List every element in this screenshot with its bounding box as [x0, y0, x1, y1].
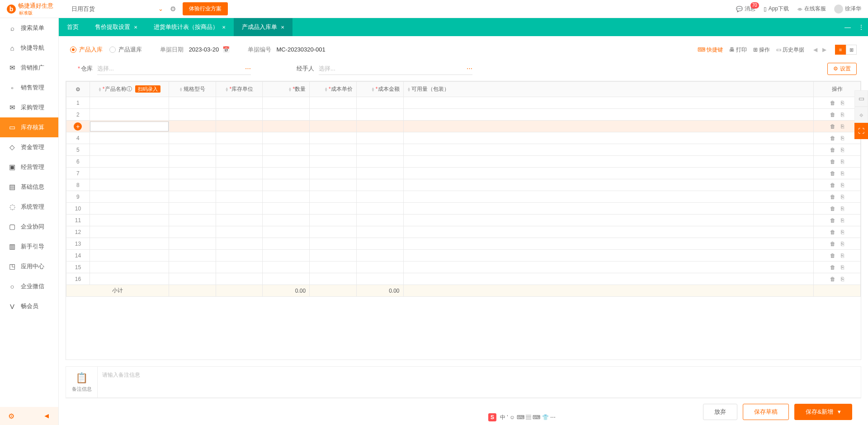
col-amount[interactable]: ▲▼*成本金额 — [356, 82, 403, 97]
copy-icon[interactable]: ⎘ — [841, 205, 844, 212]
table-row[interactable]: 4 🗑⎘ — [66, 132, 861, 144]
table-row[interactable]: 14 🗑⎘ — [66, 250, 861, 262]
cell-avail[interactable] — [403, 121, 814, 132]
cell-spec[interactable] — [169, 132, 216, 144]
table-row[interactable]: 13 🗑⎘ — [66, 238, 861, 250]
cell-amount[interactable] — [356, 203, 403, 215]
cell-avail[interactable] — [403, 238, 814, 250]
discard-button[interactable]: 放弃 — [703, 404, 737, 420]
cell-unit[interactable] — [216, 238, 263, 250]
collapse-icon[interactable]: ◄ — [43, 412, 50, 420]
cell-name[interactable] — [90, 191, 169, 203]
sidebar-item-sales[interactable]: ▫销售管理 — [0, 78, 58, 98]
cell-name[interactable] — [90, 121, 169, 132]
sogou-icon[interactable]: S — [488, 413, 496, 421]
delete-icon[interactable]: 🗑 — [830, 159, 835, 165]
copy-icon[interactable]: ⎘ — [841, 112, 844, 118]
cell-name[interactable] — [90, 273, 169, 285]
table-row[interactable]: 2 🗑⎘ — [66, 109, 861, 121]
radio-inbound[interactable]: 产品入库 — [70, 46, 103, 54]
cell-price[interactable] — [310, 273, 357, 285]
copy-icon[interactable]: ⎘ — [841, 182, 844, 188]
cell-qty[interactable] — [263, 97, 310, 109]
cell-spec[interactable] — [169, 156, 216, 168]
cell-qty[interactable] — [263, 262, 310, 273]
copy-icon[interactable]: ⎘ — [841, 147, 844, 153]
sidebar-item-basicinfo[interactable]: ▤基础信息 — [0, 177, 58, 197]
cell-qty[interactable] — [263, 273, 310, 285]
tab-product-inbound[interactable]: 产成品入库单✕ — [234, 18, 292, 36]
delete-icon[interactable]: 🗑 — [830, 182, 835, 188]
cell-qty[interactable] — [263, 226, 310, 238]
copy-icon[interactable]: ⎘ — [841, 170, 844, 177]
cell-unit[interactable] — [216, 144, 263, 156]
sidebar-item-quicknav[interactable]: ⌂快捷导航 — [0, 38, 58, 58]
cell-spec[interactable] — [169, 273, 216, 285]
table-row[interactable]: + 🗑⎘ — [66, 121, 861, 132]
cell-price[interactable] — [310, 262, 357, 273]
cell-qty[interactable] — [263, 203, 310, 215]
save-draft-button[interactable]: 保存草稿 — [743, 404, 789, 420]
cell-amount[interactable] — [356, 191, 403, 203]
save-new-button[interactable]: 保存&新增▾ — [794, 404, 852, 420]
table-row[interactable]: 10 🗑⎘ — [66, 203, 861, 215]
cell-name[interactable] — [90, 215, 169, 226]
copy-icon[interactable]: ⎘ — [841, 264, 844, 271]
tab-price-settings[interactable]: 售价提取设置✕ — [87, 18, 146, 36]
prev-button[interactable]: ◀ — [811, 47, 820, 53]
close-icon[interactable]: ✕ — [281, 25, 284, 30]
copy-icon[interactable]: ⎘ — [841, 217, 844, 224]
col-qty[interactable]: ▲▼*数量 — [263, 82, 310, 97]
table-row[interactable]: 1 🗑⎘ — [66, 97, 861, 109]
date-value[interactable]: 2023-03-20 — [189, 46, 219, 53]
delete-icon[interactable]: 🗑 — [830, 100, 835, 106]
cell-amount[interactable] — [356, 273, 403, 285]
view-grid-button[interactable]: ⊞ — [846, 45, 857, 55]
copy-icon[interactable]: ⎘ — [841, 276, 844, 282]
col-avail[interactable]: ▲▼可用量（包装） — [403, 82, 814, 97]
cell-price[interactable] — [310, 250, 357, 262]
sidebar-item-guide[interactable]: ▥新手引导 — [0, 237, 58, 257]
cell-unit[interactable] — [216, 121, 263, 132]
shop-selector[interactable]: 日用百货 ⌄ — [71, 5, 163, 13]
scan-button[interactable]: 扫码录入 — [135, 85, 160, 93]
delete-icon[interactable]: 🗑 — [830, 147, 835, 153]
sidebar-item-inventory[interactable]: ▭库存核算 — [0, 117, 58, 137]
col-unit[interactable]: ▲▼*库存单位 — [216, 82, 263, 97]
cell-price[interactable] — [310, 215, 357, 226]
cell-name[interactable] — [90, 132, 169, 144]
app-download-button[interactable]: ▯ App下载 — [764, 5, 789, 13]
cell-price[interactable] — [310, 132, 357, 144]
cell-avail[interactable] — [403, 179, 814, 191]
cell-unit[interactable] — [216, 215, 263, 226]
dock-item-3[interactable]: ⛶ — [854, 123, 868, 139]
cell-qty[interactable] — [263, 109, 310, 121]
cell-unit[interactable] — [216, 191, 263, 203]
cell-unit[interactable] — [216, 262, 263, 273]
next-button[interactable]: ▶ — [820, 47, 829, 53]
cell-spec[interactable] — [169, 215, 216, 226]
sidebar-item-business[interactable]: ▣经营管理 — [0, 157, 58, 177]
dock-item-2[interactable]: ⟐ — [854, 107, 868, 123]
cell-avail[interactable] — [403, 132, 814, 144]
cell-qty[interactable] — [263, 144, 310, 156]
cell-name[interactable] — [90, 97, 169, 109]
cell-name[interactable] — [90, 156, 169, 168]
delete-icon[interactable]: 🗑 — [830, 112, 835, 118]
table-row[interactable]: 8 🗑⎘ — [66, 179, 861, 191]
sidebar-item-member[interactable]: V畅会员 — [0, 296, 58, 316]
delete-icon[interactable]: 🗑 — [830, 205, 835, 212]
col-price[interactable]: ▲▼*成本单价 — [310, 82, 357, 97]
cell-spec[interactable] — [169, 144, 216, 156]
shortcut-button[interactable]: ⌨快捷键 — [698, 46, 723, 54]
cell-name[interactable] — [90, 262, 169, 273]
cell-amount[interactable] — [356, 121, 403, 132]
sidebar-item-marketing[interactable]: ✉营销推广 — [0, 58, 58, 78]
more-icon[interactable]: ⋯ — [467, 65, 472, 72]
cell-amount[interactable] — [356, 226, 403, 238]
gear-icon[interactable]: ⚙ — [170, 5, 176, 13]
cell-amount[interactable] — [356, 168, 403, 179]
cell-unit[interactable] — [216, 179, 263, 191]
delete-icon[interactable]: 🗑 — [830, 252, 835, 259]
cell-amount[interactable] — [356, 132, 403, 144]
